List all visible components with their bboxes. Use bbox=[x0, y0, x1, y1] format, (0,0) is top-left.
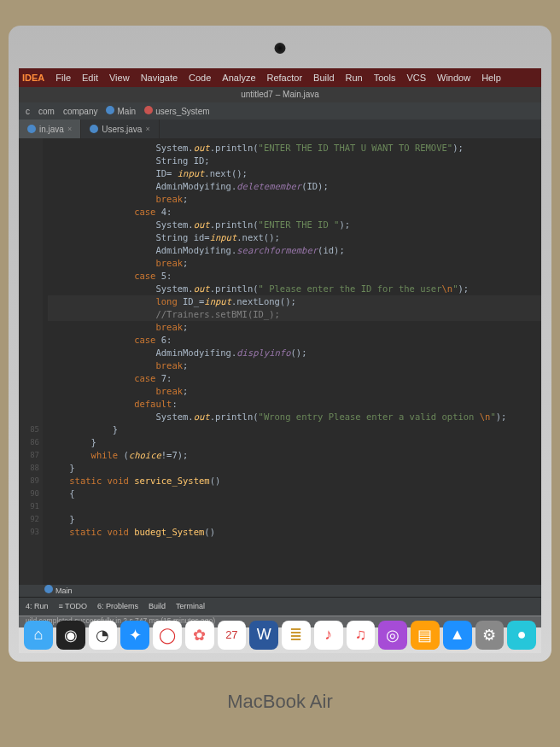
menu-code[interactable]: Code bbox=[189, 73, 211, 83]
podcast-icon[interactable]: ◎ bbox=[378, 621, 407, 650]
code-line[interactable]: String ID; bbox=[48, 155, 541, 167]
books-icon[interactable]: ▤ bbox=[411, 621, 440, 650]
code-line[interactable]: System.out.println("ENTER THE ID THAT U … bbox=[48, 142, 541, 155]
calendar-icon[interactable]: 27 bbox=[218, 621, 247, 650]
code-editor[interactable]: 858687888990919293 System.out.println("E… bbox=[19, 138, 541, 585]
word-icon[interactable]: W bbox=[249, 621, 278, 650]
code-line[interactable]: static void budegt_System() bbox=[48, 526, 541, 539]
menu-analyze[interactable]: Analyze bbox=[222, 73, 255, 83]
breadcrumb-item[interactable]: company bbox=[63, 107, 98, 116]
clock-icon[interactable]: ◔ bbox=[89, 621, 118, 650]
breadcrumb-item[interactable]: com bbox=[38, 107, 55, 116]
tool-tab[interactable]: 4: Run bbox=[26, 602, 49, 610]
editor-tabs: in.java×Users.java× bbox=[19, 120, 541, 138]
code-line[interactable]: String id=input.next(); bbox=[48, 231, 541, 244]
safari-icon[interactable]: ✦ bbox=[120, 621, 149, 650]
chrome-icon[interactable]: ◯ bbox=[153, 621, 182, 650]
macos-dock: ⌂◉◔✦◯✿27W≣♪♫◎▤▲⚙● bbox=[19, 616, 541, 653]
menu-vcs[interactable]: VCS bbox=[406, 73, 426, 83]
close-icon[interactable]: × bbox=[145, 125, 149, 133]
camera-icon bbox=[275, 43, 286, 54]
tab-in-java[interactable]: in.java× bbox=[19, 120, 81, 138]
photos-icon[interactable]: ✿ bbox=[185, 621, 214, 650]
app-name: IDEA bbox=[22, 73, 44, 83]
tool-window-tabs: 4: Run≡ TODO6: ProblemsBuildTerminal bbox=[19, 597, 541, 614]
code-line[interactable]: default: bbox=[48, 398, 541, 411]
bottom-breadcrumb: Main bbox=[19, 585, 541, 597]
menu-build[interactable]: Build bbox=[313, 73, 334, 83]
tool-tab[interactable]: 6: Problems bbox=[97, 602, 138, 610]
finder-icon[interactable]: ⌂ bbox=[24, 621, 53, 650]
code-line[interactable]: case 4: bbox=[48, 206, 541, 219]
code-line[interactable]: AdminModyifing.displyinfo(); bbox=[48, 347, 541, 359]
code-area[interactable]: System.out.println("ENTER THE ID THAT U … bbox=[43, 138, 541, 585]
menu-edit[interactable]: Edit bbox=[82, 73, 98, 83]
breadcrumb: ccomcompanyMainusers_System bbox=[19, 102, 541, 120]
tool-tab[interactable]: Terminal bbox=[176, 602, 205, 610]
code-line[interactable]: case 7: bbox=[48, 372, 541, 385]
appstore-icon[interactable]: ▲ bbox=[443, 621, 472, 650]
code-line[interactable]: } bbox=[48, 436, 541, 449]
window-title: untitled7 – Main.java bbox=[19, 87, 541, 102]
screen: IDEA FileEditViewNavigateCodeAnalyzeRefa… bbox=[19, 68, 541, 627]
close-icon[interactable]: × bbox=[67, 125, 72, 133]
breadcrumb-item[interactable]: Main bbox=[106, 106, 136, 116]
code-line[interactable]: System.out.println(" Please enter the ID… bbox=[48, 283, 541, 295]
file-icon bbox=[27, 125, 36, 133]
code-line[interactable]: break; bbox=[48, 359, 541, 372]
breadcrumb-item[interactable]: users_System bbox=[144, 106, 209, 116]
menu-refactor[interactable]: Refactor bbox=[267, 73, 303, 83]
file-icon bbox=[90, 125, 98, 133]
generic-icon[interactable]: ● bbox=[507, 621, 536, 650]
code-line[interactable]: ID= input.next(); bbox=[48, 167, 541, 180]
code-line[interactable]: System.out.println("ENTER THE ID "); bbox=[48, 219, 541, 231]
laptop-branding: MacBook Air bbox=[227, 691, 333, 713]
code-line[interactable]: long ID_=input.nextLong(); bbox=[48, 295, 541, 308]
menu-tools[interactable]: Tools bbox=[374, 73, 396, 83]
code-line[interactable]: System.out.println("Wrong entry Please e… bbox=[48, 411, 541, 423]
code-line[interactable]: AdminModyifing.deletemember(ID); bbox=[48, 180, 541, 193]
music-icon[interactable]: ♪ bbox=[314, 621, 343, 650]
menu-view[interactable]: View bbox=[109, 73, 130, 83]
code-line[interactable]: break; bbox=[48, 257, 541, 270]
code-line[interactable]: AdminModyifing.searchformember(id); bbox=[48, 244, 541, 257]
tool-tab[interactable]: Build bbox=[149, 602, 166, 610]
code-line[interactable]: case 5: bbox=[48, 270, 541, 283]
menu-help[interactable]: Help bbox=[481, 73, 501, 83]
notes-icon[interactable]: ≣ bbox=[282, 621, 311, 650]
tool-tab[interactable]: ≡ TODO bbox=[59, 602, 87, 610]
code-line[interactable]: break; bbox=[48, 385, 541, 398]
menu-window[interactable]: Window bbox=[437, 73, 470, 83]
siri-icon[interactable]: ◉ bbox=[56, 621, 85, 650]
menu-run[interactable]: Run bbox=[346, 73, 363, 83]
code-line[interactable]: break; bbox=[48, 193, 541, 206]
code-line[interactable]: static void service_System() bbox=[48, 475, 541, 487]
code-line[interactable]: } bbox=[48, 462, 541, 475]
code-line[interactable]: { bbox=[48, 487, 541, 500]
menu-file[interactable]: File bbox=[55, 73, 71, 83]
app-menu-bar: IDEA FileEditViewNavigateCodeAnalyzeRefa… bbox=[19, 68, 541, 87]
code-line[interactable]: while (choice!=7); bbox=[48, 449, 541, 462]
code-line[interactable]: break; bbox=[48, 321, 541, 334]
menu-navigate[interactable]: Navigate bbox=[141, 73, 178, 83]
code-line[interactable]: } bbox=[48, 513, 541, 526]
code-line[interactable]: //Trainers.setBMI(ID_); bbox=[48, 308, 541, 321]
code-line[interactable]: } bbox=[48, 423, 541, 436]
breadcrumb-item[interactable]: c bbox=[26, 107, 30, 116]
code-line[interactable] bbox=[48, 500, 541, 513]
tab-Users-java[interactable]: Users.java× bbox=[81, 120, 160, 138]
itunes-icon[interactable]: ♫ bbox=[347, 621, 376, 650]
settings-icon[interactable]: ⚙ bbox=[475, 621, 505, 650]
line-gutter: 858687888990919293 bbox=[19, 138, 43, 585]
code-line[interactable]: case 6: bbox=[48, 334, 541, 347]
